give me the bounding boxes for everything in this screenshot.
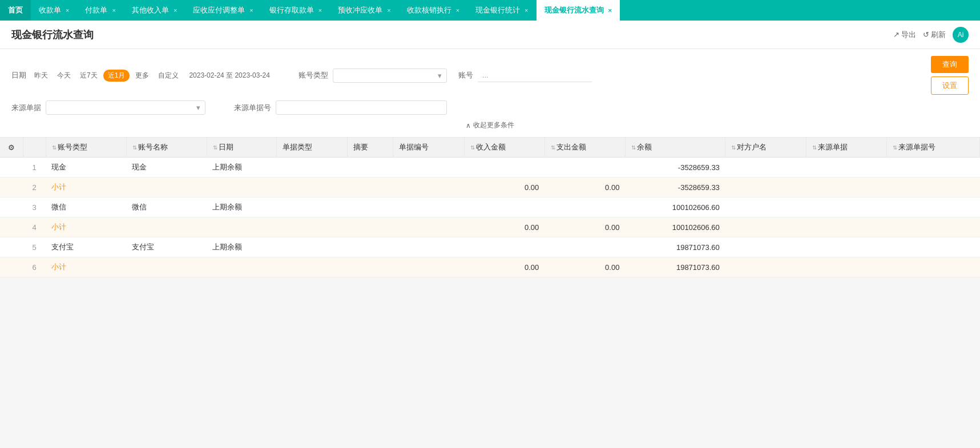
th-date[interactable]: ⇅日期 — [207, 138, 276, 158]
cell-source_doc_no — [886, 197, 979, 217]
date-btn-custom[interactable]: 自定义 — [155, 70, 182, 82]
cell-counterpart — [725, 217, 806, 237]
th-settings[interactable]: ⚙ — [0, 138, 23, 158]
cell-counterpart — [725, 177, 806, 197]
cell-settings — [0, 177, 23, 197]
cell-source_doc — [806, 217, 886, 237]
th-source-doc[interactable]: ⇅来源单据 — [806, 138, 886, 158]
cell-doc_no — [393, 158, 464, 177]
date-btn-more[interactable]: 更多 — [132, 70, 152, 82]
nav-close-fukuan[interactable]: × — [112, 0, 115, 21]
table-header-row: ⚙ ⇅账号类型 ⇅账号名称 ⇅日期 单据类型 摘要 单据编号 ⇅收入金额 — [0, 138, 980, 158]
refresh-icon: ↺ — [923, 30, 929, 39]
cell-source_doc_no — [886, 158, 979, 177]
cell-account_type: 支付宝 — [46, 237, 126, 257]
th-income[interactable]: ⇅收入金额 — [464, 138, 545, 158]
cell-summary — [348, 237, 393, 257]
header-actions: ↗ 导出 ↺ 刷新 Ai — [893, 27, 969, 43]
cell-doc_type — [277, 237, 348, 257]
th-account-type[interactable]: ⇅账号类型 — [46, 138, 126, 158]
cell-source_doc — [806, 177, 886, 197]
source-doc-no-label: 来源单据号 — [234, 103, 271, 113]
nav-close-diaozhen[interactable]: × — [249, 0, 253, 21]
top-nav: 首页 收款单 × 付款单 × 其他收入单 × 应收应付调整单 × 银行存取款单 … — [0, 0, 980, 21]
filter-row-1: 日期 昨天 今天 近7天 近1月 更多 自定义 2023-02-24 至 202… — [11, 56, 969, 95]
cell-doc_no — [393, 197, 464, 217]
th-counterpart[interactable]: ⇅对方户名 — [725, 138, 806, 158]
nav-close-tongji[interactable]: × — [525, 0, 528, 21]
cell-income: 0.00 — [464, 177, 545, 197]
nav-liushui[interactable]: 现金银行流水查询 × — [537, 0, 620, 21]
th-expense[interactable]: ⇅支出金额 — [545, 138, 625, 158]
cell-income: 0.00 — [464, 217, 545, 237]
account-type-arrow-icon: ▾ — [438, 71, 442, 80]
date-btn-1month[interactable]: 近1月 — [103, 70, 130, 82]
nav-close-qita[interactable]: × — [174, 0, 177, 21]
date-btn-7days[interactable]: 近7天 — [76, 70, 101, 82]
refresh-button[interactable]: ↺ 刷新 — [923, 30, 946, 40]
nav-yushou[interactable]: 预收冲应收单 × — [330, 0, 398, 21]
cell-source_doc_no — [886, 217, 979, 237]
cell-counterpart — [725, 237, 806, 257]
th-account-name[interactable]: ⇅账号名称 — [126, 138, 207, 158]
table-settings-icon[interactable]: ⚙ — [8, 143, 15, 152]
cell-source_doc — [806, 158, 886, 177]
cell-source_doc — [806, 257, 886, 277]
nav-cunqu[interactable]: 银行存取款单 × — [261, 0, 330, 21]
cell-doc_type — [277, 177, 348, 197]
table-row: 1现金现金上期余额-3528659.33 — [0, 158, 980, 177]
account-more-btn[interactable]: ... — [478, 68, 592, 82]
cell-source_doc_no — [886, 257, 979, 277]
cell-num: 4 — [23, 217, 46, 237]
th-source-doc-no[interactable]: ⇅来源单据号 — [886, 138, 979, 158]
cell-summary — [348, 158, 393, 177]
cell-num: 6 — [23, 257, 46, 277]
source-doc-filter-group: 来源单据 ▾ — [11, 100, 205, 115]
nav-hexiao[interactable]: 收款核销执行 × — [399, 0, 467, 21]
th-num — [23, 138, 46, 158]
cell-account_type: 现金 — [46, 158, 126, 177]
sort-icon-date: ⇅ — [213, 144, 217, 151]
cell-income — [464, 237, 545, 257]
export-button[interactable]: ↗ 导出 — [893, 30, 916, 40]
th-doc-no: 单据编号 — [393, 138, 464, 158]
cell-date — [207, 257, 276, 277]
nav-diaozhen[interactable]: 应收应付调整单 × — [185, 0, 261, 21]
ai-avatar[interactable]: Ai — [953, 27, 969, 43]
settings-button[interactable]: 设置 — [931, 76, 969, 95]
nav-close-liushui[interactable]: × — [608, 0, 612, 21]
export-icon: ↗ — [893, 30, 900, 39]
cell-source_doc_no — [886, 237, 979, 257]
cell-summary — [348, 257, 393, 277]
cell-settings — [0, 257, 23, 277]
cell-num: 3 — [23, 197, 46, 217]
nav-fukuan[interactable]: 付款单 × — [77, 0, 123, 21]
nav-close-cunqu[interactable]: × — [318, 0, 322, 21]
query-button[interactable]: 查询 — [931, 56, 969, 73]
nav-shoukuan[interactable]: 收款单 × — [31, 0, 77, 21]
account-type-select[interactable]: ▾ — [333, 68, 447, 83]
sort-icon-counterpart: ⇅ — [731, 144, 736, 151]
cell-counterpart — [725, 158, 806, 177]
sort-icon-account-type: ⇅ — [52, 144, 57, 151]
source-doc-select[interactable]: ▾ — [46, 100, 205, 115]
source-doc-no-input[interactable] — [276, 100, 447, 115]
date-btn-today[interactable]: 今天 — [54, 70, 74, 82]
cell-settings — [0, 197, 23, 217]
nav-close-hexiao[interactable]: × — [456, 0, 459, 21]
table-row: 4小计0.000.00100102606.60 — [0, 217, 980, 237]
th-balance[interactable]: ⇅余额 — [625, 138, 725, 158]
collapse-button[interactable]: ∧ 收起更多条件 — [466, 120, 514, 130]
nav-qita[interactable]: 其他收入单 × — [124, 0, 185, 21]
nav-close-yushou[interactable]: × — [387, 0, 390, 21]
nav-tongji[interactable]: 现金银行统计 × — [467, 0, 536, 21]
cell-summary — [348, 217, 393, 237]
cell-doc_no — [393, 217, 464, 237]
cell-doc_no — [393, 257, 464, 277]
cell-income — [464, 197, 545, 217]
nav-close-shoukuan[interactable]: × — [66, 0, 69, 21]
filter-row-2: 来源单据 ▾ 来源单据号 — [11, 100, 969, 115]
date-btn-yesterday[interactable]: 昨天 — [31, 70, 51, 82]
cell-account_name — [126, 257, 207, 277]
nav-home[interactable]: 首页 — [0, 0, 31, 21]
